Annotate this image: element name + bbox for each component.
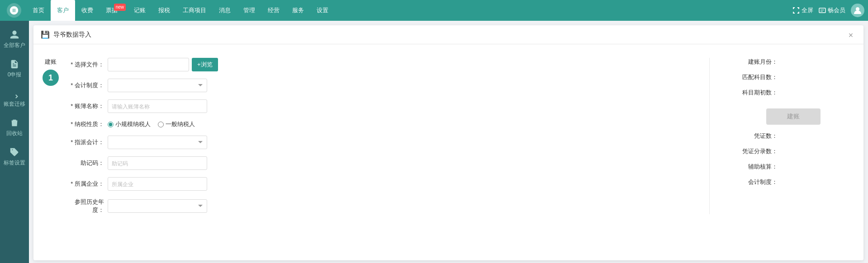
file-input[interactable] (108, 58, 189, 71)
voucher-entries-label: 凭证分录数： (732, 147, 778, 155)
nav-right: 全屏 畅会员 (792, 4, 864, 17)
nav-item-message[interactable]: 消息 (213, 0, 237, 21)
fullscreen-icon (792, 7, 800, 14)
tax-type-radio-group: 小规模纳税人 一般纳税人 (108, 120, 195, 128)
memo-row: 助记码： (68, 156, 700, 170)
declare-icon (9, 59, 19, 69)
step-section: 建账 1 * 选择文件： +浏览 (43, 58, 700, 214)
right-panel: 建账月份： 匹配科目数： 科目期初数： 建账 (719, 58, 854, 214)
accountant-label: * 指派会计： (68, 138, 104, 146)
ledger-name-label: * 账簿名称： (68, 102, 104, 110)
company-label: * 所属企业： (68, 180, 104, 188)
company-row: * 所属企业： (68, 177, 700, 191)
nav-menu: 首页 客户 收费 票据 new 记账 报税 工商项目 消息 管理 经营 服务 设… (26, 0, 335, 21)
nav-item-manage[interactable]: 管理 (237, 0, 261, 21)
member-button[interactable]: 畅会员 (819, 6, 845, 14)
logo-circle (7, 3, 21, 18)
radio-general-taxpayer[interactable]: 一般纳税人 (158, 120, 195, 128)
avatar[interactable] (851, 4, 864, 17)
right-field-accounting-system: 会计制度： (732, 178, 854, 186)
sidebar-item-all-customers[interactable]: 全部客户 (0, 25, 29, 53)
nav-item-business-project[interactable]: 工商项目 (176, 0, 213, 21)
dialog-title: 导爷数据导入 (53, 31, 91, 39)
build-btn-container: 建账 (732, 108, 854, 125)
tag-icon (9, 147, 19, 157)
sidebar-item-trash[interactable]: 回收站 (0, 113, 29, 141)
right-accounting-system-label: 会计制度： (732, 178, 778, 186)
radio-small-taxpayer[interactable]: 小规模纳税人 (108, 120, 151, 128)
sidebar-item-tag[interactable]: 标签设置 (0, 143, 29, 170)
company-input[interactable] (108, 177, 207, 191)
match-subjects-label: 匹配科目数： (732, 73, 778, 81)
dialog-body: 建账 1 * 选择文件： +浏览 (33, 44, 863, 223)
dialog-header: 💾 导爷数据导入 × (33, 25, 863, 44)
nav-item-tax[interactable]: 报税 (152, 0, 176, 21)
nav-item-settings[interactable]: 设置 (310, 0, 335, 21)
nav-item-invoice[interactable]: 票据 new (100, 0, 128, 21)
step-indicator: 建账 1 (43, 58, 59, 86)
sidebar-item-migrate[interactable]: 账套迁移 (0, 84, 29, 112)
browse-button[interactable]: +浏览 (192, 58, 218, 71)
trash-icon (9, 118, 19, 128)
accounting-system-row: * 会计制度： (68, 79, 700, 92)
memo-input[interactable] (108, 156, 207, 170)
svg-point-1 (856, 7, 859, 11)
logo-icon (9, 5, 19, 15)
step-circle: 1 (43, 70, 59, 86)
svg-rect-0 (819, 8, 825, 13)
accounting-system-label: * 会计制度： (68, 81, 104, 89)
radio-general-input[interactable] (158, 122, 164, 127)
accountant-row: * 指派会计： (68, 136, 700, 149)
dialog-container: 💾 导爷数据导入 × 建账 1 * 选择文件： (33, 25, 863, 260)
radio-general-label: 一般纳税人 (166, 120, 195, 128)
tax-type-label: * 纳税性质： (68, 120, 104, 128)
right-field-build-month: 建账月份： (732, 58, 854, 66)
file-row: * 选择文件： +浏览 (68, 58, 700, 71)
top-navigation: 首页 客户 收费 票据 new 记账 报税 工商项目 消息 管理 经营 服务 设… (0, 0, 868, 21)
history-year-label: 参照历史年度： (68, 198, 104, 214)
step-label: 建账 (45, 58, 57, 66)
right-field-voucher-entries: 凭证分录数： (732, 147, 854, 155)
auxiliary-label: 辅助核算： (732, 163, 778, 171)
voucher-count-label: 凭证数： (732, 132, 778, 140)
close-button[interactable]: × (845, 30, 856, 41)
migrate-icon (9, 89, 19, 99)
right-field-voucher-count: 凭证数： (732, 132, 854, 140)
sidebar: 全部客户 0申报 账套迁移 回收站 标签设置 (0, 21, 29, 263)
ledger-name-input[interactable] (108, 99, 207, 113)
accountant-select[interactable] (108, 136, 207, 149)
nav-item-service[interactable]: 服务 (286, 0, 310, 21)
avatar-icon (853, 6, 862, 15)
main-layout: 全部客户 0申报 账套迁移 回收站 标签设置 (0, 21, 868, 263)
subject-initial-label: 科目期初数： (732, 89, 778, 97)
right-field-match-subjects: 匹配科目数： (732, 73, 854, 81)
panel-divider (709, 58, 710, 214)
nav-item-home[interactable]: 首页 (26, 0, 51, 21)
nav-item-operation[interactable]: 经营 (261, 0, 286, 21)
form-section: * 选择文件： +浏览 * 会计制度： (68, 58, 700, 214)
sidebar-item-declare[interactable]: 0申报 (0, 55, 29, 82)
tax-type-row: * 纳税性质： 小规模纳税人 一般纳税人 (68, 120, 700, 128)
logo[interactable] (4, 0, 24, 21)
build-month-label: 建账月份： (732, 58, 778, 66)
nav-item-accounting[interactable]: 记账 (128, 0, 152, 21)
right-field-subject-initial: 科目期初数： (732, 89, 854, 97)
member-icon (819, 7, 826, 14)
memo-label: 助记码： (68, 159, 104, 167)
nav-item-customers[interactable]: 客户 (51, 0, 75, 21)
radio-small-label: 小规模纳税人 (115, 120, 151, 128)
fullscreen-button[interactable]: 全屏 (792, 6, 813, 14)
history-year-row: 参照历史年度： (68, 198, 700, 214)
file-input-group: +浏览 (108, 58, 218, 71)
main-content: 💾 导爷数据导入 × 建账 1 * 选择文件： (29, 21, 868, 263)
build-account-button[interactable]: 建账 (766, 108, 821, 125)
nav-item-fee[interactable]: 收费 (75, 0, 100, 21)
radio-small-input[interactable] (108, 122, 114, 127)
import-icon: 💾 (41, 30, 50, 39)
file-label: * 选择文件： (68, 61, 104, 69)
accounting-system-select[interactable] (108, 79, 207, 92)
right-field-auxiliary: 辅助核算： (732, 163, 854, 171)
history-year-select[interactable] (108, 199, 207, 213)
user-icon (9, 30, 19, 40)
ledger-name-row: * 账簿名称： (68, 99, 700, 113)
